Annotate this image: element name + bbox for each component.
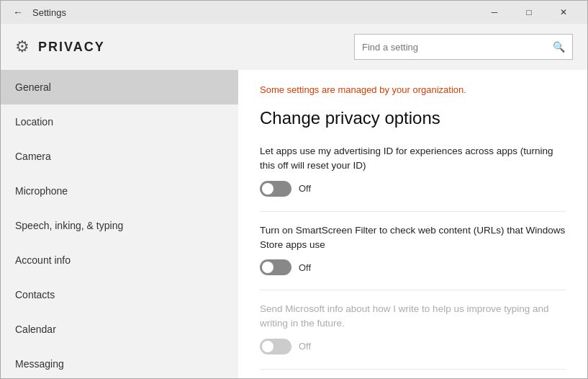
setting-typing-description: Send Microsoft info about how I write to… — [260, 302, 566, 331]
back-icon: ← — [13, 6, 23, 18]
sidebar-label-location: Location — [15, 116, 53, 128]
search-icon: 🔍 — [553, 41, 565, 53]
setting-smartscreen-description: Turn on SmartScreen Filter to check web … — [260, 223, 566, 253]
toggle-label-ad-id: Off — [299, 183, 311, 194]
content-area: Some settings are managed by your organi… — [238, 70, 587, 378]
settings-icon: ⚙ — [15, 37, 30, 56]
close-button[interactable]: ✕ — [547, 1, 580, 24]
divider-3 — [260, 369, 566, 370]
toggle-typing[interactable] — [260, 339, 291, 355]
app-title: PRIVACY — [38, 40, 354, 55]
window-title: Settings — [32, 7, 478, 18]
search-box[interactable]: 🔍 — [354, 34, 573, 60]
sidebar: General Location Camera Microphone Speec… — [1, 70, 238, 378]
sidebar-label-calendar: Calendar — [15, 324, 56, 335]
toggle-row-ad-id: Off — [260, 181, 566, 197]
sidebar-label-messaging: Messaging — [15, 358, 64, 370]
toggle-knob-smartscreen — [262, 262, 273, 273]
setting-smartscreen: Turn on SmartScreen Filter to check web … — [260, 223, 566, 276]
main-layout: General Location Camera Microphone Speec… — [1, 70, 587, 378]
sidebar-item-calendar[interactable]: Calendar — [1, 312, 238, 347]
toggle-label-smartscreen: Off — [299, 262, 311, 273]
divider-1 — [260, 211, 566, 212]
org-notice: Some settings are managed by your organi… — [260, 84, 566, 95]
search-input[interactable] — [362, 42, 553, 53]
window-controls: ─ □ ✕ — [478, 1, 580, 24]
divider-2 — [260, 290, 566, 290]
sidebar-label-camera: Camera — [15, 151, 51, 162]
title-bar: ← Settings ─ □ ✕ — [1, 1, 587, 24]
toggle-knob-ad-id — [262, 183, 273, 195]
toggle-label-typing: Off — [299, 341, 311, 352]
sidebar-item-account-info[interactable]: Account info — [1, 243, 238, 277]
sidebar-label-speech: Speech, inking, & typing — [15, 220, 123, 231]
sidebar-item-messaging[interactable]: Messaging — [1, 347, 238, 378]
sidebar-item-camera[interactable]: Camera — [1, 139, 238, 174]
sidebar-label-contacts: Contacts — [15, 289, 55, 300]
sidebar-item-general[interactable]: General — [1, 70, 238, 104]
app-header: ⚙ PRIVACY 🔍 — [1, 24, 587, 70]
sidebar-label-microphone: Microphone — [15, 185, 68, 197]
setting-typing-info: Send Microsoft info about how I write to… — [260, 302, 566, 355]
sidebar-item-speech[interactable]: Speech, inking, & typing — [1, 208, 238, 243]
minimize-button[interactable]: ─ — [478, 1, 511, 24]
toggle-row-smartscreen: Off — [260, 259, 566, 275]
sidebar-item-microphone[interactable]: Microphone — [1, 174, 238, 208]
sidebar-label-account-info: Account info — [15, 254, 71, 266]
sidebar-item-contacts[interactable]: Contacts — [1, 277, 238, 312]
maximize-button[interactable]: □ — [512, 1, 546, 24]
toggle-ad-id[interactable] — [260, 181, 291, 197]
toggle-row-typing: Off — [260, 339, 566, 355]
setting-ad-id: Let apps use my advertising ID for exper… — [260, 144, 566, 197]
sidebar-item-location[interactable]: Location — [1, 104, 238, 139]
window: ← Settings ─ □ ✕ ⚙ PRIVACY 🔍 General Loc… — [0, 0, 588, 379]
sidebar-label-general: General — [15, 81, 51, 93]
setting-ad-id-description: Let apps use my advertising ID for exper… — [260, 144, 566, 174]
toggle-smartscreen[interactable] — [260, 259, 291, 275]
toggle-knob-typing — [262, 341, 273, 352]
back-button[interactable]: ← — [8, 2, 28, 22]
content-title: Change privacy options — [260, 108, 566, 128]
